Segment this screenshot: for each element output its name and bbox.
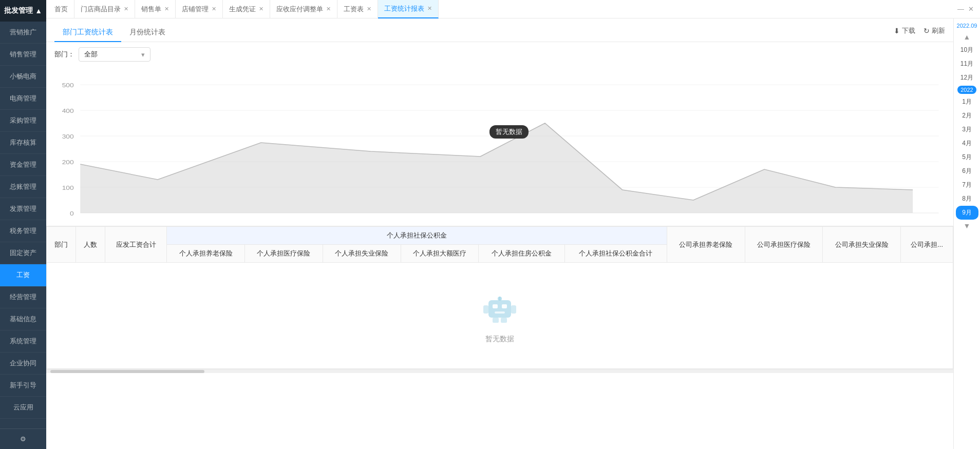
sidebar-item-invoice[interactable]: 发票管理 xyxy=(0,198,46,220)
table-section: 部门 人数 应发工资合计 个人承担社保公积金 xyxy=(46,226,953,449)
sidebar-item-newguide[interactable]: 新手引导 xyxy=(0,375,46,397)
refresh-icon: ↻ xyxy=(924,27,930,35)
sidebar-item-label: 工资 xyxy=(16,271,30,279)
tab-close-icon[interactable]: ✕ xyxy=(427,5,432,12)
tab-close-icon[interactable]: ✕ xyxy=(259,6,263,12)
tab-close-icon[interactable]: ✕ xyxy=(212,6,216,12)
col-company-unemployment: 公司承担失业保险 xyxy=(823,227,901,263)
time-panel-header[interactable]: 2022.09 xyxy=(956,21,978,31)
main-area: 首页 门店商品目录 ✕ 销售单 ✕ 店铺管理 ✕ 生成凭证 ✕ 应收应付调整单 … xyxy=(46,0,980,449)
time-year-2022[interactable]: 2022 xyxy=(957,86,976,94)
time-month-oct[interactable]: 10月 xyxy=(956,43,978,57)
tab-payroll-report[interactable]: 工资统计报表 ✕ xyxy=(378,0,439,18)
sidebar-item-label: 资金管理 xyxy=(10,161,36,168)
col-personal-pension: 个人承担养老保险 xyxy=(167,245,245,263)
time-month-jan[interactable]: 1月 xyxy=(956,95,978,109)
sidebar: 批发管理 ▲ 营销推广 销售管理 小畅电商 电商管理 采购管理 库存核算 资金管… xyxy=(0,0,46,449)
window-close-icon[interactable]: ✕ xyxy=(968,5,974,13)
sidebar-item-sales[interactable]: 销售管理 xyxy=(0,44,46,66)
data-table: 部门 人数 应发工资合计 个人承担社保公积金 xyxy=(46,226,953,369)
time-month-mar[interactable]: 3月 xyxy=(956,123,978,136)
refresh-button[interactable]: ↻ 刷新 xyxy=(924,26,945,35)
time-month-may[interactable]: 5月 xyxy=(956,150,978,164)
tab-label: 工资表 xyxy=(344,5,364,14)
sidebar-settings-button[interactable]: ⚙ xyxy=(0,428,46,449)
horizontal-scrollbar[interactable] xyxy=(46,369,953,373)
sub-tab-dept[interactable]: 部门工资统计表 xyxy=(54,24,121,42)
sidebar-item-marketing[interactable]: 营销推广 xyxy=(0,22,46,44)
table-empty-row: 暂无数据 xyxy=(47,263,953,369)
sidebar-item-basicinfo[interactable]: 基础信息 xyxy=(0,308,46,330)
sidebar-header[interactable]: 批发管理 ▲ xyxy=(0,0,46,22)
time-month-apr[interactable]: 4月 xyxy=(956,136,978,150)
chart-area: 0 100 200 300 400 500 xyxy=(46,67,953,226)
download-button[interactable]: ⬇ 下载 xyxy=(894,26,915,35)
col-company-medical: 公司承担医疗保险 xyxy=(745,227,823,263)
time-nav-up[interactable]: ▲ xyxy=(961,31,973,43)
tab-label: 首页 xyxy=(54,5,68,14)
tab-label: 生成凭证 xyxy=(229,5,256,14)
time-nav-down[interactable]: ▼ xyxy=(961,220,973,232)
sidebar-item-assets[interactable]: 固定资产 xyxy=(0,242,46,264)
sidebar-item-label: 库存核算 xyxy=(10,139,36,146)
sub-tab-month[interactable]: 月份统计表 xyxy=(121,24,174,42)
scrollbar-thumb[interactable] xyxy=(50,370,204,373)
col-salary-total: 应发工资合计 xyxy=(105,227,167,263)
sub-tabs: 部门工资统计表 月份统计表 ⬇ 下载 ↻ 刷新 xyxy=(46,18,953,42)
sidebar-item-purchase[interactable]: 采购管理 xyxy=(0,110,46,132)
svg-rect-21 xyxy=(493,318,499,323)
col-dept: 部门 xyxy=(47,227,76,263)
sidebar-item-label: 营销推广 xyxy=(10,28,36,36)
download-icon: ⬇ xyxy=(894,27,900,35)
download-label: 下载 xyxy=(902,26,915,35)
toolbar: 部门： 全部 ▾ xyxy=(46,42,953,67)
svg-text:100: 100 xyxy=(62,185,74,191)
tab-home[interactable]: 首页 xyxy=(48,0,74,18)
sidebar-item-inventory[interactable]: 库存核算 xyxy=(0,132,46,154)
tab-store-catalog[interactable]: 门店商品目录 ✕ xyxy=(74,0,135,18)
dept-select[interactable]: 全部 ▾ xyxy=(79,47,150,62)
tab-ar-ap[interactable]: 应收应付调整单 ✕ xyxy=(270,0,337,18)
time-month-jul[interactable]: 7月 xyxy=(956,178,978,192)
sidebar-item-salary[interactable]: 工资 xyxy=(0,264,46,286)
sidebar-item-xiaochangec[interactable]: 小畅电商 xyxy=(0,66,46,88)
tab-close-icon[interactable]: ✕ xyxy=(124,6,128,12)
tab-sales-order[interactable]: 销售单 ✕ xyxy=(135,0,176,18)
sidebar-item-label: 税务管理 xyxy=(10,227,36,235)
tab-bar: 首页 门店商品目录 ✕ 销售单 ✕ 店铺管理 ✕ 生成凭证 ✕ 应收应付调整单 … xyxy=(46,0,980,18)
time-month-feb[interactable]: 2月 xyxy=(956,109,978,123)
sidebar-item-system[interactable]: 系统管理 xyxy=(0,330,46,353)
col-group-personal: 个人承担社保公积金 xyxy=(167,227,667,245)
sidebar-item-ecommerce[interactable]: 电商管理 xyxy=(0,88,46,110)
sidebar-item-label: 基础信息 xyxy=(10,315,36,323)
tab-close-icon[interactable]: ✕ xyxy=(367,6,371,12)
tab-voucher[interactable]: 生成凭证 ✕ xyxy=(223,0,270,18)
time-month-dec[interactable]: 12月 xyxy=(956,71,978,85)
sidebar-collapse-icon: ▲ xyxy=(35,7,42,15)
sidebar-item-finance[interactable]: 资金管理 xyxy=(0,154,46,176)
svg-rect-20 xyxy=(511,305,516,314)
window-minimize-icon[interactable]: — xyxy=(957,5,964,13)
sidebar-item-tax[interactable]: 税务管理 xyxy=(0,220,46,242)
sidebar-item-label: 云应用 xyxy=(13,403,33,411)
sidebar-item-enterprise[interactable]: 企业协同 xyxy=(0,353,46,375)
content-area: 部门工资统计表 月份统计表 ⬇ 下载 ↻ 刷新 xyxy=(46,18,980,449)
sidebar-item-label: 企业协同 xyxy=(10,359,36,367)
sidebar-item-cloudapp[interactable]: 云应用 xyxy=(0,397,46,419)
sidebar-item-label: 采购管理 xyxy=(10,116,36,124)
sidebar-item-label: 小畅电商 xyxy=(10,72,36,80)
tab-label: 门店商品目录 xyxy=(81,5,121,14)
tab-store-management[interactable]: 店铺管理 ✕ xyxy=(176,0,223,18)
col-personal-total: 个人承担社保公积金合计 xyxy=(564,245,667,263)
col-personal-unemployment: 个人承担失业保险 xyxy=(323,245,401,263)
sidebar-item-operations[interactable]: 经营管理 xyxy=(0,286,46,308)
time-month-nov[interactable]: 11月 xyxy=(956,57,978,71)
content-main: 部门工资统计表 月份统计表 ⬇ 下载 ↻ 刷新 xyxy=(46,18,953,449)
time-month-sep[interactable]: 9月 xyxy=(956,206,978,220)
time-month-jun[interactable]: 6月 xyxy=(956,164,978,178)
tab-payroll[interactable]: 工资表 ✕ xyxy=(337,0,378,18)
sidebar-item-ledger[interactable]: 总账管理 xyxy=(0,176,46,198)
time-month-aug[interactable]: 8月 xyxy=(956,192,978,206)
tab-close-icon[interactable]: ✕ xyxy=(326,6,331,12)
tab-close-icon[interactable]: ✕ xyxy=(164,6,169,12)
